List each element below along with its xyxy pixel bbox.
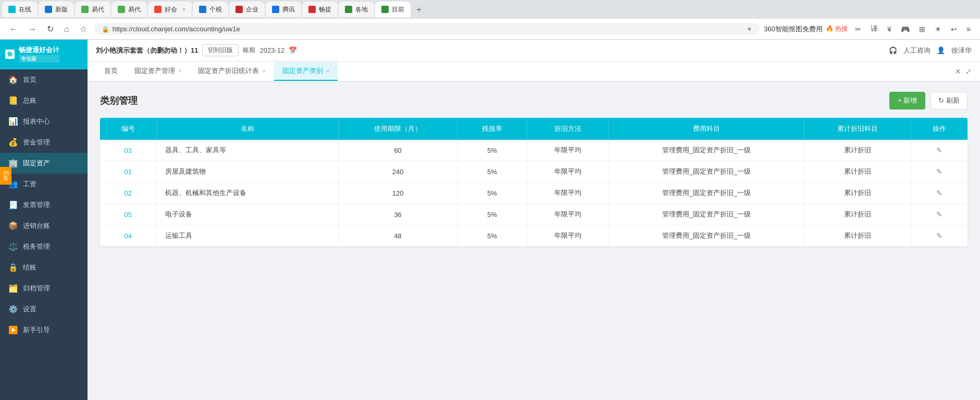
row2-method: 年限平均 bbox=[527, 183, 609, 204]
invoice-icon: 🧾 bbox=[8, 200, 18, 210]
grid-button[interactable]: ⊞ bbox=[916, 23, 928, 35]
browser-tab-2[interactable]: 新版 bbox=[39, 2, 74, 17]
sidebar-item-ledger[interactable]: 📒 总账 bbox=[0, 90, 88, 111]
switch-version-button[interactable]: 切到旧版 bbox=[202, 44, 239, 56]
sidebar: 畅 畅捷通好会计 专业版 🏠 首页 📒 总账 📊 报表中心 💰 资金管理 bbox=[0, 40, 88, 400]
close-tab-mgmt[interactable]: × bbox=[178, 68, 181, 74]
sidebar-item-invoice[interactable]: 🧾 发票管理 bbox=[0, 195, 88, 215]
home-nav-button[interactable]: ⌂ bbox=[61, 23, 72, 35]
settings-browser-button[interactable]: ☀ bbox=[932, 23, 945, 35]
expand-tabs-button[interactable]: ⤢ bbox=[965, 67, 972, 76]
sidebar-label-payroll: 工资 bbox=[23, 179, 36, 189]
browser-tab-11[interactable]: 目前 bbox=[375, 2, 411, 17]
sidebar-item-payroll[interactable]: 👥 工资 bbox=[0, 174, 88, 195]
tab-favicon-6 bbox=[199, 6, 206, 13]
sidebar-item-purchase-sale[interactable]: 📦 进销台账 bbox=[0, 215, 88, 236]
hot-search-icon: 🔥 热搜 bbox=[826, 25, 848, 33]
left-fixed-button[interactable]: Eat bbox=[0, 167, 11, 185]
tab-close-5[interactable]: × bbox=[182, 6, 185, 13]
sidebar-item-fund[interactable]: 💰 资金管理 bbox=[0, 132, 88, 153]
browser-tab-5[interactable]: 好会 × bbox=[148, 2, 192, 17]
bookmark-button[interactable]: ☆ bbox=[77, 23, 90, 35]
row1-accum: 累计折旧 bbox=[804, 161, 911, 183]
add-button[interactable]: + 新增 bbox=[889, 92, 925, 110]
sidebar-item-archive[interactable]: 🗂️ 归档管理 bbox=[0, 278, 88, 299]
reload-button[interactable]: ↻ bbox=[44, 23, 57, 35]
sidebar-item-fixed-assets[interactable]: 🏢 固定资产 bbox=[0, 153, 88, 174]
refresh-button[interactable]: ↻ 刷新 bbox=[931, 92, 967, 110]
page-tab-fixed-asset-mgmt[interactable]: 固定资产管理 × bbox=[126, 62, 190, 81]
more-button[interactable]: ≡ bbox=[963, 23, 974, 35]
browser-tab-4[interactable]: 易代 bbox=[111, 2, 147, 17]
tab-favicon-7 bbox=[235, 6, 243, 13]
undo-button[interactable]: ↩ bbox=[948, 23, 960, 35]
browser-tab-7[interactable]: 企业 bbox=[229, 2, 265, 17]
tab-label-1: 在线 bbox=[19, 5, 31, 14]
close-tab-category[interactable]: × bbox=[326, 68, 329, 74]
tab-label-3: 易代 bbox=[92, 5, 104, 14]
tab-label-4: 易代 bbox=[128, 5, 141, 14]
url-expand-icon: ▼ bbox=[747, 26, 752, 32]
edit-btn-0[interactable]: ✎ bbox=[936, 146, 942, 154]
browser-tab-bar: 在线 新版 易代 易代 好会 × 个税 企业 腾讯 bbox=[0, 0, 980, 19]
tab-favicon-11 bbox=[381, 6, 389, 13]
browser-tab-8[interactable]: 腾讯 bbox=[266, 2, 301, 17]
browser-tab-1[interactable]: 在线 bbox=[2, 2, 38, 17]
category-table: 编号 名称 使用期限（月） 残值率 折旧方法 费用科目 累计折旧科目 操作 03… bbox=[100, 118, 967, 246]
row2-accum: 累计折旧 bbox=[804, 183, 911, 204]
browser-tab-3[interactable]: 易代 bbox=[75, 2, 110, 17]
service-icon: 🎧 bbox=[889, 46, 897, 54]
browser-tab-6[interactable]: 个税 bbox=[193, 2, 228, 17]
close-tab-depreciation[interactable]: × bbox=[262, 68, 265, 74]
edit-btn-2[interactable]: ✎ bbox=[936, 189, 942, 197]
sidebar-label-guide: 新手引导 bbox=[23, 325, 50, 335]
page-tab-depreciation[interactable]: 固定资产折旧统计表 × bbox=[190, 62, 274, 81]
home-icon: 🏠 bbox=[8, 75, 18, 84]
sidebar-label-home: 首页 bbox=[23, 75, 36, 84]
sidebar-item-home[interactable]: 🏠 首页 bbox=[0, 69, 88, 90]
tab-favicon-3 bbox=[81, 6, 89, 13]
url-box[interactable]: 🔒 https://cloud.chanjet.com/accounting/u… bbox=[94, 23, 760, 35]
top-bar-right: 🎧 人工咨询 👤 徐泽华 bbox=[889, 46, 972, 55]
calendar-icon[interactable]: 📅 bbox=[289, 46, 297, 54]
row0-code: 03 bbox=[100, 140, 156, 161]
row3-name: 电子设备 bbox=[156, 204, 338, 225]
sidebar-item-tax[interactable]: ⚖️ 税务管理 bbox=[0, 236, 88, 257]
new-tab-button[interactable]: ＋ bbox=[412, 3, 426, 16]
archive-icon: 🗂️ bbox=[8, 284, 18, 293]
edit-btn-4[interactable]: ✎ bbox=[936, 232, 942, 240]
service-label[interactable]: 人工咨询 bbox=[903, 46, 931, 55]
browser-tab-9[interactable]: 畅提 bbox=[302, 2, 338, 17]
tab-label-9: 畅提 bbox=[319, 5, 331, 14]
row2-action: ✎ bbox=[911, 183, 967, 204]
sidebar-label-closing: 结账 bbox=[23, 263, 36, 272]
browser-tab-10[interactable]: 各地 bbox=[339, 2, 374, 17]
ssl-lock-icon: 🔒 bbox=[102, 26, 109, 33]
sidebar-item-guide[interactable]: ▶️ 新手引导 bbox=[0, 320, 88, 341]
forward-button[interactable]: → bbox=[25, 23, 40, 35]
back-button[interactable]: ← bbox=[6, 23, 21, 35]
edit-btn-3[interactable]: ✎ bbox=[936, 210, 942, 219]
edit-btn-1[interactable]: ✎ bbox=[936, 167, 942, 176]
cut-tool-button[interactable]: ✂ bbox=[852, 23, 864, 35]
page-tab-category[interactable]: 固定资产类别 × bbox=[274, 62, 338, 81]
page-tab-nav: 首页 固定资产管理 × 固定资产折旧统计表 × 固定资产类别 × ✕ ⤢ bbox=[88, 62, 980, 81]
logo-title: 畅捷通好会计 bbox=[19, 46, 59, 55]
sidebar-label-ledger: 总账 bbox=[23, 96, 36, 105]
page-tab-home[interactable]: 首页 bbox=[96, 62, 126, 81]
row0-expense: 管理费用_固定资产折旧_一级 bbox=[609, 140, 804, 161]
row4-accum: 累计折旧 bbox=[804, 225, 911, 247]
row2-period: 120 bbox=[338, 183, 457, 204]
close-all-tabs-button[interactable]: ✕ bbox=[955, 67, 961, 76]
sidebar-item-closing[interactable]: 🔒 结账 bbox=[0, 257, 88, 278]
left-fixed-panel: Eat bbox=[0, 167, 11, 185]
sidebar-item-reports[interactable]: 📊 报表中心 bbox=[0, 111, 88, 132]
coupon-button[interactable]: ¥ bbox=[884, 23, 895, 35]
tab-favicon-4 bbox=[118, 6, 125, 13]
game-button[interactable]: 🎮 bbox=[898, 23, 913, 35]
tab-favicon-9 bbox=[308, 6, 316, 13]
sidebar-item-settings[interactable]: ⚙️ 设置 bbox=[0, 299, 88, 320]
table-row: 05 电子设备 36 5% 年限平均 管理费用_固定资产折旧_一级 累计折旧 ✎ bbox=[100, 204, 967, 225]
sidebar-label-fund: 资金管理 bbox=[23, 138, 50, 147]
translate-button[interactable]: 译 bbox=[867, 23, 881, 35]
